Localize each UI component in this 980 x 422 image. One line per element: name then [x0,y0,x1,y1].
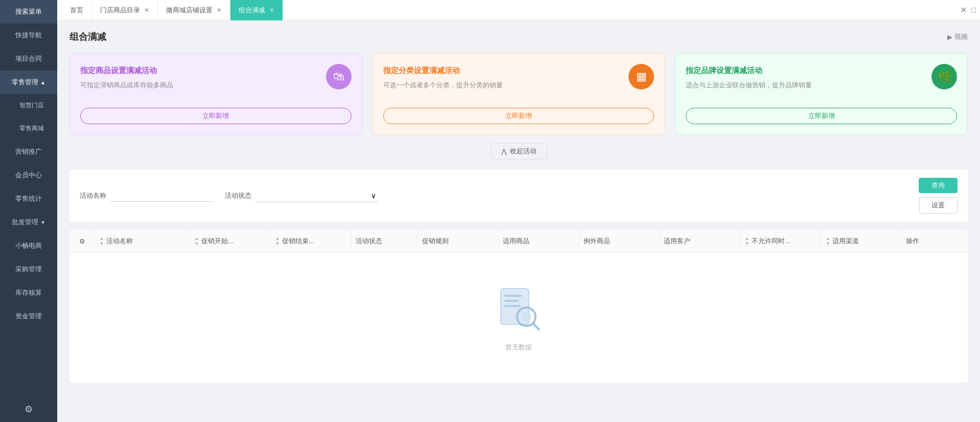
video-label: 视频 [954,32,968,41]
tab-home-label: 首页 [70,6,83,15]
sidebar-item-label: 项目合同 [15,55,42,62]
brand-card-add-button[interactable]: 立即新增 [686,108,957,124]
filter-name-item: 活动名称 [80,190,213,202]
svg-rect-3 [504,305,521,307]
leaf-icon: 🌿 [931,64,957,89]
sidebar-item-label: 小畅电商 [15,242,42,249]
th-settings[interactable]: ⚙ [69,231,95,251]
svg-rect-1 [504,295,522,297]
settings-button[interactable]: 设置 [919,197,958,214]
sidebar-item-label: 零售管理 [12,78,38,87]
th-status: 活动状态 [352,230,418,252]
th-customer: 适用客户 [660,230,740,252]
main-area: 首页 门店商品目录 ✕ 微商城店铺设置 ✕ 组合满减 ✕ ✕ □ 组合满减 ▶ … [57,0,980,422]
tab-store-catalog[interactable]: 门店商品目录 ✕ [92,0,158,20]
category-activity-card: ▦ 指定分类设置满减活动 可选一个或者多个分类，提升分类的销量 立即新增 [372,53,665,135]
bag-icon: 🛍 [326,64,352,89]
query-button[interactable]: 查询 [919,178,958,193]
tab-store-catalog-label: 门店商品目录 [100,6,140,15]
table-header: ⚙ ▲▼ 活动名称 ▲▼ 促销开始... ▲▼ 促销结束... 活动状态 [69,230,968,253]
th-sort-icon: ▲▼ [194,236,199,246]
close-icon[interactable]: ✕ [217,7,222,14]
category-card-title: 指定分类设置满减活动 [383,66,655,76]
product-activity-card: 🛍 指定商品设置满减活动 可指定滞销商品或库存较多商品 立即新增 [69,53,362,135]
sidebar-item-label: 会员中心 [15,171,42,179]
collapse-bar: ⋀ 收起活动 [69,143,968,159]
th-goods: 适用商品 [499,230,579,252]
close-window-icon[interactable]: ✕ [960,5,967,15]
filter-status-item: 活动状态 ∨ [225,190,378,202]
sidebar-item-project-contract[interactable]: 项目合同 [0,47,57,71]
page-title: 组合满减 [69,31,106,43]
arrow-down-icon: ▼ [40,220,45,225]
collapse-button[interactable]: ⋀ 收起活动 [491,143,547,159]
th-channel[interactable]: ▲▼ 适用渠道 [821,230,902,252]
th-sort-icon: ▲▼ [275,236,280,246]
th-sort-icon: ▲▼ [744,236,750,246]
filter-row: 活动名称 活动状态 ∨ 查询 设置 [69,170,968,222]
sidebar-item-retail-mgmt[interactable]: 零售管理 ▲ [0,71,57,94]
window-controls: ✕ □ [960,5,976,15]
arrow-down-icon: ▲ [40,80,45,85]
maximize-window-icon[interactable]: □ [971,6,976,15]
th-exclusive[interactable]: ▲▼ 不允许同时... [740,230,821,252]
filter-status-select[interactable]: ∨ [255,190,378,202]
th-sort-icon: ▲▼ [825,236,830,246]
svg-rect-2 [504,300,519,302]
sidebar-item-retail-mall[interactable]: 零售商城 [0,117,57,140]
gear-icon: ⚙ [25,404,33,414]
svg-point-6 [521,312,531,322]
tab-bar: 首页 门店商品目录 ✕ 微商城店铺设置 ✕ 组合满减 ✕ ✕ □ [57,0,980,20]
category-card-desc: 可选一个或者多个分类，提升分类的销量 [383,81,655,100]
sidebar-item-inventory-calc[interactable]: 库存核算 [0,281,57,304]
filter-name-input[interactable] [110,190,213,202]
th-name[interactable]: ▲▼ 活动名称 [95,230,190,252]
play-circle-icon: ▶ [947,33,952,41]
th-except-goods: 例外商品 [579,230,660,252]
empty-text: 暂无数据 [80,343,958,352]
content-area: 组合满减 ▶ 视频 🛍 指定商品设置满减活动 可指定滞销商品或库存较多商品 立即… [57,20,980,422]
sidebar-item-member-center[interactable]: 会员中心 [0,163,57,187]
sidebar-item-marketing[interactable]: 营销推广 [0,140,57,163]
th-action: 操作 [902,230,968,252]
collapse-label: 收起活动 [510,147,536,156]
tab-combo-discount-label: 组合满减 [239,6,265,15]
th-start[interactable]: ▲▼ 促销开始... [190,230,271,252]
sidebar-item-smart-store[interactable]: 智慧门店 [0,94,57,117]
sidebar-item-quick-nav[interactable]: 快捷导航 [0,24,57,47]
data-table: ⚙ ▲▼ 活动名称 ▲▼ 促销开始... ▲▼ 促销结束... 活动状态 [69,230,968,383]
sidebar-item-label: 零售商城 [19,125,44,132]
close-icon[interactable]: ✕ [269,7,274,14]
sidebar-item-label: 批发管理 [12,218,38,227]
th-sort-icon: ▲▼ [99,236,104,246]
tab-wechat-store-settings[interactable]: 微商城店铺设置 ✕ [158,0,230,20]
sidebar-item-label: 零售统计 [15,195,42,202]
product-card-add-button[interactable]: 立即新增 [80,108,352,124]
page-header: 组合满减 ▶ 视频 [69,31,968,43]
close-icon[interactable]: ✕ [144,7,149,14]
sidebar-item-label: 营销推广 [15,148,42,155]
video-link[interactable]: ▶ 视频 [947,32,968,41]
sidebar-item-finance-mgmt[interactable]: 资金管理 [0,304,57,328]
sidebar-item-purchase-mgmt[interactable]: 采购管理 [0,257,57,281]
sidebar-item-label: 库存核算 [15,289,42,296]
sidebar-item-xiochang-ecom[interactable]: 小畅电商 [0,234,57,257]
activity-cards: 🛍 指定商品设置满减活动 可指定滞销商品或库存较多商品 立即新增 ▦ 指定分类设… [69,53,968,135]
filter-name-label: 活动名称 [80,191,106,200]
sidebar-item-label: 采购管理 [15,265,42,273]
filter-actions: 查询 设置 [919,178,958,214]
tab-combo-discount[interactable]: 组合满减 ✕ [230,0,283,20]
tab-home[interactable]: 首页 [61,0,92,20]
sidebar-item-label: 快捷导航 [15,31,42,39]
product-card-title: 指定商品设置满减活动 [80,66,352,76]
sidebar-item-label: 资金管理 [15,312,42,320]
chevron-up-icon: ⋀ [501,148,507,155]
sidebar-settings[interactable]: ⚙ [0,396,57,422]
sidebar-item-retail-stats[interactable]: 零售统计 [0,187,57,210]
th-rule: 促销规则 [418,230,499,252]
sidebar-item-wholesale-mgmt[interactable]: 批发管理 ▼ [0,210,57,234]
empty-state: 暂无数据 [69,253,968,383]
th-end[interactable]: ▲▼ 促销结束... [271,230,352,252]
category-card-add-button[interactable]: 立即新增 [383,108,655,124]
sidebar-search[interactable]: 搜索菜单 [0,0,57,24]
